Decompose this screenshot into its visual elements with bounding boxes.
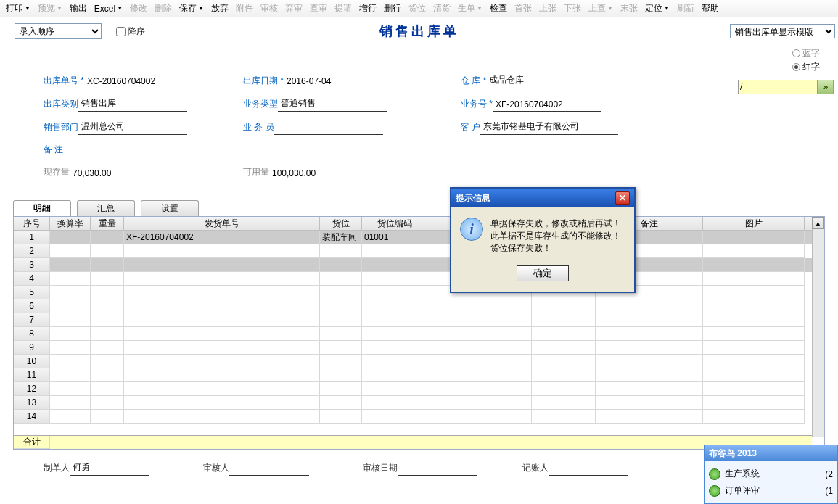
cell[interactable] xyxy=(91,299,124,313)
table-row[interactable]: 10 xyxy=(14,355,824,368)
cell[interactable] xyxy=(91,244,124,258)
toolbar-检查[interactable]: 检查 xyxy=(487,1,510,16)
cell[interactable] xyxy=(320,272,362,286)
cell[interactable] xyxy=(91,382,124,396)
cell[interactable] xyxy=(703,368,805,382)
cell[interactable] xyxy=(124,244,320,258)
table-row[interactable]: 13 xyxy=(14,396,824,410)
toolbar-打印[interactable]: 打印▼ xyxy=(3,1,33,16)
col-hw[interactable]: 货位 xyxy=(320,217,362,230)
cell[interactable] xyxy=(362,368,427,382)
cell[interactable] xyxy=(50,355,91,368)
cell[interactable] xyxy=(703,396,805,410)
cell[interactable] xyxy=(124,327,320,341)
cell[interactable]: 14 xyxy=(14,410,50,424)
cell[interactable] xyxy=(596,355,703,368)
val-dept[interactable]: 温州总公司 xyxy=(78,120,187,135)
cell[interactable] xyxy=(320,355,362,368)
cell[interactable] xyxy=(703,382,805,396)
radio-red[interactable]: 红字 xyxy=(792,61,820,73)
toolbar-输出[interactable]: 输出 xyxy=(67,1,90,16)
col-tp[interactable]: 图片 xyxy=(703,217,805,230)
cell[interactable] xyxy=(532,313,596,327)
cell[interactable] xyxy=(124,341,320,355)
val-outno[interactable]: XC-20160704002 xyxy=(84,76,193,88)
cell[interactable] xyxy=(124,382,320,396)
dialog-titlebar[interactable]: 提示信息 ✕ xyxy=(451,189,634,207)
cell[interactable] xyxy=(427,341,532,355)
val-btype[interactable]: 普通销售 xyxy=(278,97,387,112)
cell[interactable] xyxy=(320,299,362,313)
val-wh[interactable]: 成品仓库 xyxy=(486,74,595,88)
cell[interactable] xyxy=(362,396,427,410)
cell[interactable] xyxy=(532,396,596,410)
cell[interactable] xyxy=(124,396,320,410)
cell[interactable]: 5 xyxy=(14,286,50,299)
val-type[interactable]: 销售出库 xyxy=(78,97,187,112)
cell[interactable]: 2 xyxy=(14,244,50,258)
grid-scroll-up-icon[interactable]: ▲ xyxy=(812,217,824,229)
cell[interactable] xyxy=(532,410,596,424)
col-zl[interactable]: 重量 xyxy=(91,217,124,230)
cell[interactable] xyxy=(50,382,91,396)
cell[interactable] xyxy=(91,258,124,272)
table-row[interactable]: 4 xyxy=(14,272,824,286)
cell[interactable] xyxy=(320,327,362,341)
cell[interactable]: 7 xyxy=(14,313,50,327)
cell[interactable] xyxy=(703,341,805,355)
cell[interactable] xyxy=(91,355,124,368)
cell[interactable]: 6 xyxy=(14,299,50,313)
val-bno[interactable]: XF-20160704002 xyxy=(493,99,601,112)
cell[interactable] xyxy=(124,355,320,368)
cell[interactable] xyxy=(124,286,320,299)
cell[interactable] xyxy=(362,258,427,272)
cell[interactable] xyxy=(124,272,320,286)
cell[interactable] xyxy=(320,368,362,382)
cell[interactable] xyxy=(362,341,427,355)
col-num[interactable]: 序号 xyxy=(14,217,50,230)
cell[interactable] xyxy=(91,286,124,299)
cell[interactable]: 9 xyxy=(14,341,50,355)
cell[interactable] xyxy=(50,299,91,313)
cell[interactable] xyxy=(427,396,532,410)
cell[interactable] xyxy=(91,410,124,424)
table-row[interactable]: 7 xyxy=(14,313,824,327)
search-go-button[interactable]: » xyxy=(818,80,834,94)
cell[interactable] xyxy=(703,231,805,244)
cell[interactable] xyxy=(703,410,805,424)
toolbar-Excel[interactable]: Excel▼ xyxy=(91,2,126,15)
dialog-close-button[interactable]: ✕ xyxy=(615,191,630,205)
col-hwbm[interactable]: 货位编码 xyxy=(362,217,427,230)
cell[interactable] xyxy=(362,410,427,424)
cell[interactable] xyxy=(596,341,703,355)
table-row[interactable]: 9 xyxy=(14,341,824,355)
tab-summary[interactable]: 汇总 xyxy=(77,200,135,216)
val-sales[interactable] xyxy=(274,133,383,135)
cell[interactable] xyxy=(50,272,91,286)
tab-detail[interactable]: 明细 xyxy=(13,200,71,216)
val-remark[interactable] xyxy=(63,155,586,157)
cell[interactable] xyxy=(532,355,596,368)
cell[interactable] xyxy=(703,299,805,313)
chat-title[interactable]: 布谷鸟 2013 xyxy=(705,445,837,461)
cell[interactable] xyxy=(91,341,124,355)
cell[interactable] xyxy=(362,244,427,258)
cell[interactable] xyxy=(532,299,596,313)
cell[interactable] xyxy=(362,327,427,341)
col-fh[interactable]: 发货单号 xyxy=(124,217,320,230)
cell[interactable] xyxy=(91,272,124,286)
cell[interactable]: 4 xyxy=(14,272,50,286)
cell[interactable] xyxy=(427,327,532,341)
cell[interactable] xyxy=(532,341,596,355)
template-select[interactable]: 销售出库单显示模版 xyxy=(730,24,835,38)
cell[interactable]: 10 xyxy=(14,355,50,368)
cell[interactable] xyxy=(50,410,91,424)
cell[interactable] xyxy=(124,410,320,424)
cell[interactable] xyxy=(427,313,532,327)
cell[interactable] xyxy=(50,341,91,355)
cell[interactable] xyxy=(703,313,805,327)
cell[interactable] xyxy=(362,355,427,368)
col-hs[interactable]: 换算率 xyxy=(50,217,91,230)
cell[interactable] xyxy=(50,313,91,327)
cell[interactable] xyxy=(124,368,320,382)
